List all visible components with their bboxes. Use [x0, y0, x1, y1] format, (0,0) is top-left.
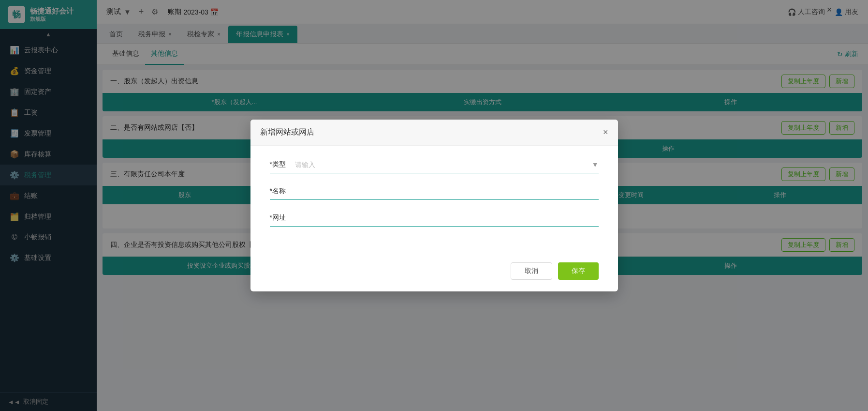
modal-header: 新增网站或网店 × [250, 120, 618, 146]
save-button[interactable]: 保存 [558, 262, 599, 280]
modal-title: 新增网站或网店 [260, 127, 314, 137]
modal-add-website: 新增网站或网店 × *类型 ▼ *名称 *网址 取消 保存 [250, 120, 618, 291]
form-label-name: *名称 [270, 187, 289, 196]
cancel-button[interactable]: 取消 [511, 262, 552, 280]
form-input-type[interactable] [295, 161, 586, 168]
form-input-url[interactable] [295, 214, 599, 222]
dropdown-arrow-type: ▼ [592, 161, 599, 168]
form-field-name: *名称 [270, 187, 599, 200]
modal-body: *类型 ▼ *名称 *网址 [250, 146, 618, 255]
form-field-url: *网址 [270, 213, 599, 227]
form-label-url: *网址 [270, 213, 289, 222]
form-input-name[interactable] [295, 187, 599, 195]
modal-close-button[interactable]: × [603, 127, 608, 137]
form-label-type: *类型 [270, 160, 289, 169]
modal-footer: 取消 保存 [250, 255, 618, 291]
form-field-type: *类型 ▼ [270, 160, 599, 173]
modal-overlay: 新增网站或网店 × *类型 ▼ *名称 *网址 取消 保存 [0, 0, 868, 411]
